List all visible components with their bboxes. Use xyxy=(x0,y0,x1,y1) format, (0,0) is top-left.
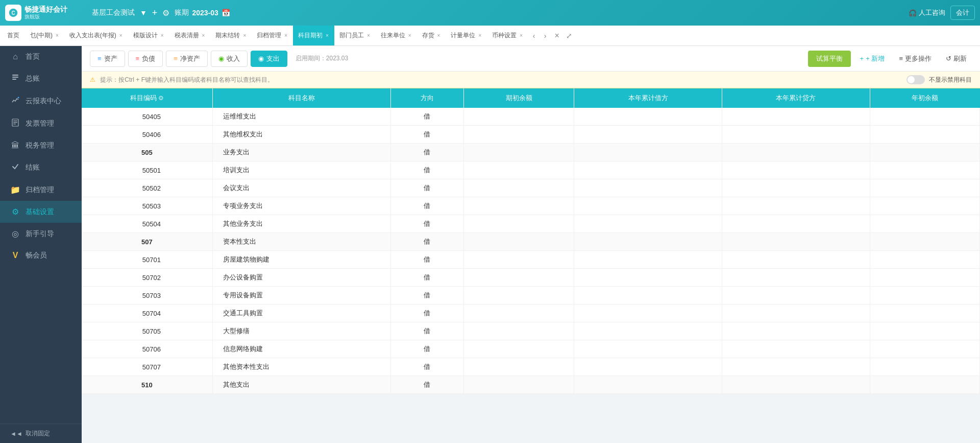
tab-archive[interactable]: 归档管理 × xyxy=(252,26,293,45)
sidebar-collapse-btn[interactable]: ◄◄ 取消固定 xyxy=(0,424,82,443)
svg-rect-8 xyxy=(13,122,17,123)
sidebar-item-vip[interactable]: V 畅会员 xyxy=(0,245,82,266)
tab-inventory[interactable]: 存货 × xyxy=(417,26,446,45)
home-icon: ⌂ xyxy=(10,52,20,61)
tab-currency[interactable]: 币种设置 × xyxy=(487,26,528,45)
calc-balance-button[interactable]: 试算平衡 xyxy=(808,51,851,67)
account-button[interactable]: 会计 xyxy=(950,6,975,20)
sidebar-item-ledger[interactable]: 总账 xyxy=(0,67,82,90)
vip-icon: V xyxy=(10,251,20,260)
tab-subject-init[interactable]: 科目期初 × xyxy=(293,26,334,45)
table-row[interactable]: 505 业务支出 借 xyxy=(82,144,980,161)
sidebar-item-archive[interactable]: 📁 归档管理 xyxy=(0,179,82,201)
settings-icon[interactable]: ⚙ xyxy=(162,8,169,18)
main-layout: ⌂ 首页 总账 云报表中心 发票管理 🏛 税务管理 xyxy=(0,46,980,443)
table-row[interactable]: 50503 专项业务支出 借 xyxy=(82,197,980,215)
guide-icon: ◎ xyxy=(10,229,20,239)
sub-tab-equity[interactable]: ≡ 净资产 xyxy=(166,51,208,67)
sub-tab-liability[interactable]: ≡ 负债 xyxy=(128,51,163,67)
tab-department[interactable]: 部门员工 × xyxy=(334,26,376,45)
tab-customer[interactable]: 往来单位 × xyxy=(376,26,417,45)
tab-income-report-close[interactable]: × xyxy=(119,33,122,38)
table-row[interactable]: 510 其他支出 借 xyxy=(82,376,980,394)
tab-archive-close[interactable]: × xyxy=(284,33,287,38)
tab-home-label: 首页 xyxy=(7,31,19,40)
cell-direction: 借 xyxy=(390,126,463,144)
svg-rect-3 xyxy=(12,77,18,78)
tip-text: ⚠ 提示：按Ctrl + F键并输入科目编码或者科目名称可以查找科目。 xyxy=(90,76,274,84)
table-row[interactable]: 50705 大型修缮 借 xyxy=(82,322,980,340)
cell-year-opening xyxy=(870,161,979,179)
tab-template[interactable]: 模版设计 × xyxy=(128,26,169,45)
table-row[interactable]: 50701 房屋建筑物购建 借 xyxy=(82,251,980,269)
cell-direction: 借 xyxy=(390,215,463,233)
sidebar-item-report[interactable]: 云报表中心 xyxy=(0,90,82,112)
table-row[interactable]: 50703 专用设备购置 借 xyxy=(82,287,980,305)
tab-inventory-close[interactable]: × xyxy=(437,33,440,38)
dropdown-icon[interactable]: ▼ xyxy=(140,9,147,17)
sidebar-item-home[interactable]: ⌂ 首页 xyxy=(0,46,82,67)
col-ytd-debit: 本年累计借方 xyxy=(574,88,722,108)
sidebar-item-settings[interactable]: ⚙ 基础设置 xyxy=(0,201,82,223)
calendar-icon[interactable]: 📅 xyxy=(222,9,230,17)
tab-home[interactable]: 首页 xyxy=(2,26,25,45)
tab-department-close[interactable]: × xyxy=(367,33,370,38)
table-row[interactable]: 50504 其他业务支出 借 xyxy=(82,215,980,233)
consult-button[interactable]: 🎧 人工咨询 xyxy=(909,8,945,17)
table-row[interactable]: 50702 办公设备购置 借 xyxy=(82,269,980,287)
table-row[interactable]: 50707 其他资本性支出 借 xyxy=(82,358,980,376)
sub-tab-expense[interactable]: ◉ 支出 xyxy=(251,51,287,67)
tab-income-report[interactable]: 收入支出表(年报) × xyxy=(64,26,128,45)
sub-tab-income[interactable]: ◉ 收入 xyxy=(211,51,248,67)
cell-year-opening xyxy=(870,179,979,197)
cell-direction: 借 xyxy=(390,108,463,126)
tab-next-btn[interactable]: › xyxy=(540,26,551,45)
svg-rect-7 xyxy=(13,121,17,121)
add-icon[interactable]: + xyxy=(152,8,158,18)
sidebar-invoice-label: 发票管理 xyxy=(26,119,54,128)
table-container[interactable]: 科目编码 ⚙ 科目名称 方向 期初余额 本年累计借 xyxy=(82,88,980,443)
tab-tax-clear-close[interactable]: × xyxy=(202,33,205,38)
table-row[interactable]: 50704 交通工具购置 借 xyxy=(82,305,980,322)
add-button[interactable]: + + 新增 xyxy=(855,51,890,66)
tab-currency-close[interactable]: × xyxy=(520,33,523,38)
cell-direction: 借 xyxy=(390,358,463,376)
table-row[interactable]: 50706 信息网络购建 借 xyxy=(82,340,980,358)
toggle-disabled-switch[interactable] xyxy=(906,75,925,84)
table-row[interactable]: 50406 其他维权支出 借 xyxy=(82,126,980,144)
tab-template-close[interactable]: × xyxy=(161,33,164,38)
tab-income-report-label: 收入支出表(年报) xyxy=(69,31,116,40)
tab-unit[interactable]: 计量单位 × xyxy=(446,26,487,45)
cell-direction: 借 xyxy=(390,179,463,197)
tab-unit-label: 计量单位 xyxy=(451,31,475,40)
refresh-button[interactable]: ↺ 刷新 xyxy=(941,51,972,66)
col-settings-icon[interactable]: ⚙ xyxy=(158,95,164,102)
tab-subject-init-close[interactable]: × xyxy=(326,33,329,38)
tab-prev-btn[interactable]: ‹ xyxy=(528,26,540,45)
sidebar-item-tax[interactable]: 🏛 税务管理 xyxy=(0,135,82,156)
sidebar-item-invoice[interactable]: 发票管理 xyxy=(0,112,82,135)
cell-year-opening xyxy=(870,215,979,233)
sidebar-item-checkout[interactable]: 结账 xyxy=(0,156,82,179)
tab-interim[interactable]: 乜(中期) × xyxy=(25,26,64,45)
tab-interim-close[interactable]: × xyxy=(56,33,59,38)
table-row[interactable]: 507 资本性支出 借 xyxy=(82,233,980,251)
subject-table: 科目编码 ⚙ 科目名称 方向 期初余额 本年累计借 xyxy=(82,88,980,394)
sidebar-item-guide[interactable]: ◎ 新手引导 xyxy=(0,223,82,245)
tab-customer-close[interactable]: × xyxy=(408,33,411,38)
tab-expand-btn[interactable]: ⤢ xyxy=(563,26,575,45)
more-button[interactable]: ≡ 更多操作 xyxy=(894,51,937,66)
tab-period-end-close[interactable]: × xyxy=(243,33,246,38)
equity-icon: ≡ xyxy=(174,55,178,62)
tab-period-end[interactable]: 期末结转 × xyxy=(210,26,252,45)
col-year-opening: 年初余额 xyxy=(870,88,979,108)
cell-code: 50503 xyxy=(82,197,212,215)
table-header-row: 科目编码 ⚙ 科目名称 方向 期初余额 本年累计借 xyxy=(82,88,980,108)
tab-tax-clear[interactable]: 税表清册 × xyxy=(169,26,211,45)
table-row[interactable]: 50405 运维维支出 借 xyxy=(82,108,980,126)
table-row[interactable]: 50502 会议支出 借 xyxy=(82,179,980,197)
tab-close-all-btn[interactable]: × xyxy=(551,26,563,45)
table-row[interactable]: 50501 培训支出 借 xyxy=(82,161,980,179)
tab-unit-close[interactable]: × xyxy=(478,33,481,38)
sub-tab-asset[interactable]: ≡ 资产 xyxy=(90,51,125,67)
